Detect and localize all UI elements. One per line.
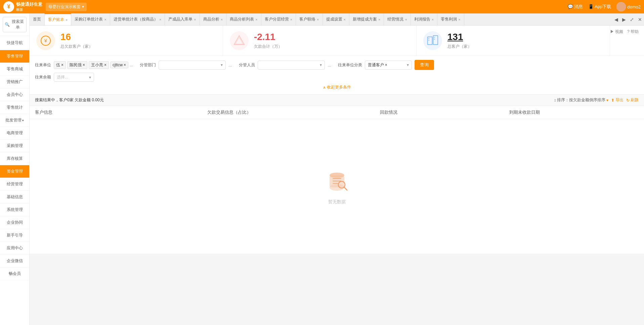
dept-dots[interactable]: ... [228,63,232,68]
overdue-customers-value: 16 [60,32,93,42]
tab-purchase-orders[interactable]: 采购订单统计表 × [71,13,110,26]
sidebar-item-inventory[interactable]: 库存核算 [0,152,29,165]
tab-customer-accounts[interactable]: 客户账本 × [45,13,71,26]
tab-retail-profit[interactable]: 零售利润 × [437,13,464,26]
tab-close-icon[interactable]: × [317,17,319,22]
video-link[interactable]: ▶ 视频 [610,29,623,35]
phone-icon: 📱 [588,4,594,9]
tag-close-wang[interactable]: × [104,63,106,67]
tab-expand-button[interactable]: ⤢ [628,15,636,24]
tab-close-icon[interactable]: × [194,17,196,22]
tab-new-promote[interactable]: 新增提成方案 × [349,13,384,26]
sidebar-item-label: 会员中心 [7,92,23,97]
col-overdue-info: 欠款交易信息（占比） [207,109,380,115]
app-download-link[interactable]: 📱 App下载 [588,4,611,10]
tab-close-icon[interactable]: × [221,17,223,22]
tab-promote-settings[interactable]: 提成设置 × [323,13,349,26]
sidebar-item-label: 采购管理 [7,143,23,148]
help-link[interactable]: ? 帮助 [627,29,639,35]
chevron-down-icon: ▾ [22,119,24,122]
sidebar-item-operation-mgmt[interactable]: 经营管理 [0,178,29,191]
col-due-date: 到期未收款日期 [509,109,639,115]
unit-more-btn[interactable]: ... [130,63,133,67]
category-tag-close[interactable]: × [385,63,387,67]
sidebar-item-enterprise-coop[interactable]: 企业协同 [0,216,29,229]
person-filter-select[interactable]: ▾ [258,61,325,70]
balance-filter-select[interactable]: 选择... ▾ [54,73,94,82]
tab-goods-analysis-list[interactable]: 商品分析列表 × [226,13,261,26]
sort-button[interactable]: ↕ 排序：按欠款金额倒序排序 ▾ [554,97,608,103]
tab-label: 客户账本 [48,17,64,23]
tag-close-wu[interactable]: × [61,63,63,67]
tab-product-inbound[interactable]: 产成品入库单 × [165,13,200,26]
message-link[interactable]: 💬 消息 [568,4,583,10]
category-filter-select[interactable]: 普通客户 × ▾ [365,61,412,70]
stats-bar: ¥ 16 总欠款客户（家） [30,26,644,56]
tab-profit-report[interactable]: 利润报告 × [411,13,437,26]
stat-icon-customers: ¥ [36,31,55,50]
tab-close-icon[interactable]: × [378,17,380,22]
balance-filter-label: 往来余额 [35,74,51,80]
sidebar-item-member-center[interactable]: 会员中心 [0,88,29,101]
svg-rect-9 [434,38,435,39]
dept-filter-select[interactable]: ▾ [159,61,226,70]
export-label: 导出 [615,97,624,103]
tab-close-icon[interactable]: × [66,18,68,22]
total-customers-label: 总客户（家） [447,44,472,49]
tab-home[interactable]: 首页 [30,13,45,26]
sidebar-item-member[interactable]: 畅会员 [0,267,29,280]
tab-close-icon[interactable]: × [290,17,292,22]
balance-placeholder: 选择... [57,74,68,80]
tab-label: 提成设置 [326,16,342,22]
tag-close-chen[interactable]: × [83,63,85,67]
tab-close-icon[interactable]: × [255,17,257,22]
table-header: 客户信息 欠款交易信息（占比） 回款情况 到期未收款日期 [30,106,644,119]
sidebar-item-ecommerce[interactable]: 电商管理 [0,127,29,140]
sidebar-item-retail-mgmt[interactable]: 零售管理 [0,50,29,63]
tag-close-cjttcw[interactable]: × [124,63,126,67]
chevron-down-icon: ▾ [320,63,322,67]
tab-close-icon[interactable]: × [458,17,460,22]
col-repayment: 回款情况 [380,109,509,115]
sidebar-item-new-guide[interactable]: 新手引导 [0,229,29,242]
sort-icon: ↕ [554,98,556,103]
tab-close-icon[interactable]: × [104,17,106,22]
export-button[interactable]: ⬆ 导出 [611,97,624,103]
total-customers-value: 131 [447,32,472,42]
tab-label: 商品分析列表 [230,16,254,22]
tab-close-icon[interactable]: × [344,17,346,22]
sidebar-item-retail-mall[interactable]: 零售商城 [0,63,29,76]
account-selector[interactable]: 母婴行业演示账套 ▾ [46,3,87,11]
table-body: 暂无数据 [30,119,644,254]
tab-customer-tier[interactable]: 客户分层经营 × [261,13,296,26]
tab-goods-stats[interactable]: 进货单统计表（按商品） × [110,13,165,26]
tab-close-all-button[interactable]: ✕ [636,15,644,24]
sidebar-item-system-mgmt[interactable]: 系统管理 [0,204,29,216]
result-actions: ↕ 排序：按欠款金额倒序排序 ▾ ⬆ 导出 ↻ 刷新 [554,97,639,103]
search-menu-label: 搜索菜单 [11,19,25,30]
tab-customer-contact[interactable]: 客户联络 × [296,13,323,26]
sidebar-item-purchase[interactable]: 采购管理 [0,140,29,152]
quick-nav-button[interactable]: 快捷导航 [3,39,27,47]
sidebar-item-basic-info[interactable]: 基础信息 [0,191,29,204]
sidebar-item-capital-mgmt[interactable]: 资金管理 [0,165,29,178]
user-avatar-area[interactable]: demo2 [616,2,641,11]
person-dots[interactable]: ... [328,63,331,68]
sidebar-item-marketing[interactable]: 营销推广 [0,76,29,88]
sidebar-item-wholesale-mgmt[interactable]: 批发管理 ▾ [0,114,29,127]
tab-goods-analysis[interactable]: 商品分析 × [200,13,226,26]
sidebar-item-app-center[interactable]: 应用中心 [0,242,29,255]
sidebar-item-enterprise-wechat[interactable]: 企业微信 [0,255,29,267]
tab-prev-button[interactable]: ◀ [612,15,620,24]
query-button[interactable]: 查询 [415,60,434,70]
refresh-button[interactable]: ↻ 刷新 [626,97,639,103]
tab-operation-status[interactable]: 经营情况 × [384,13,411,26]
tab-close-icon[interactable]: × [405,17,407,22]
tab-close-icon[interactable]: × [159,17,161,22]
tab-close-icon[interactable]: × [432,17,434,22]
collapse-button[interactable]: ∧ 收起更多条件 [323,84,351,90]
sidebar-item-label: 电商管理 [7,131,23,135]
sidebar-item-retail-stats[interactable]: 零售统计 [0,101,29,114]
search-menu-button[interactable]: 🔍 搜索菜单 [3,17,27,32]
tab-next-button[interactable]: ▶ [620,15,628,24]
